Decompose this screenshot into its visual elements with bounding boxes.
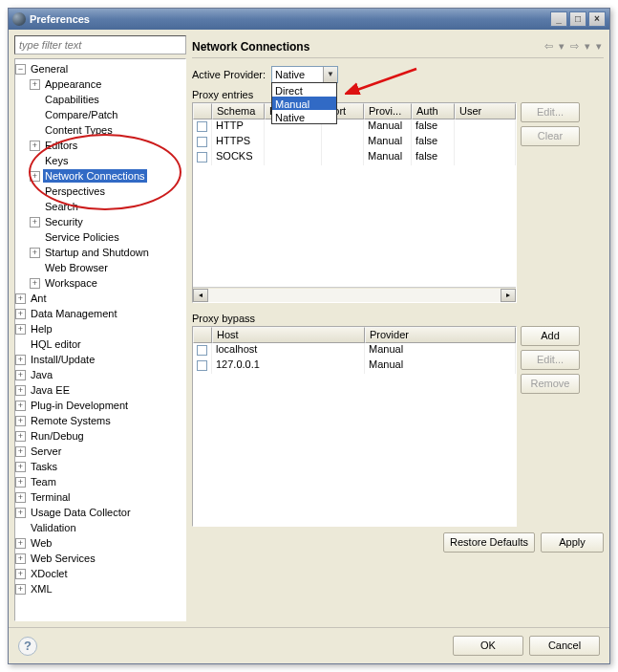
tree-item-remote-systems[interactable]: +Remote Systems	[15, 413, 185, 428]
provider-option-direct[interactable]: Direct	[272, 83, 336, 97]
col-schema[interactable]: Schema	[212, 103, 265, 119]
twisty-icon[interactable]: +	[15, 569, 26, 579]
col-provider[interactable]: Provider	[365, 327, 516, 343]
twisty-icon[interactable]: +	[15, 508, 26, 518]
twisty-icon[interactable]: +	[15, 446, 26, 457]
twisty-icon[interactable]: +	[30, 79, 40, 90]
tree-item-team[interactable]: +Team	[15, 474, 185, 489]
ok-button[interactable]: OK	[453, 636, 523, 656]
col-user[interactable]: User	[455, 103, 516, 119]
twisty-icon[interactable]: +	[15, 309, 26, 319]
tree-item-keys[interactable]: Keys	[30, 153, 185, 168]
twisty-icon[interactable]: +	[15, 370, 26, 380]
proxy-bypass-table[interactable]: Host Provider localhost Manual 127.0.0.1	[192, 326, 517, 527]
row-checkbox[interactable]	[197, 121, 207, 132]
tree-item-ant[interactable]: +Ant	[15, 291, 185, 306]
tree-item-javaee[interactable]: +Java EE	[15, 382, 185, 398]
tree-item-appearance[interactable]: +Appearance	[30, 76, 185, 92]
provider-option-native[interactable]: Native	[272, 110, 336, 123]
table-row[interactable]: SOCKS Manual false	[193, 150, 516, 165]
table-row[interactable]: localhost Manual	[193, 343, 516, 358]
tree-item-java[interactable]: +Java	[15, 367, 185, 382]
twisty-icon[interactable]: +	[30, 248, 40, 258]
col-provider[interactable]: Provi...	[364, 103, 412, 119]
twisty-icon[interactable]: −	[15, 64, 26, 75]
minimize-button[interactable]: _	[550, 11, 567, 27]
restore-defaults-button[interactable]: Restore Defaults	[443, 532, 535, 553]
tree-item-compare[interactable]: Compare/Patch	[30, 107, 185, 122]
tree-item-validation[interactable]: Validation	[15, 520, 185, 535]
twisty-icon[interactable]: +	[15, 538, 26, 549]
row-checkbox[interactable]	[197, 137, 207, 147]
tree-item-install-update[interactable]: +Install/Update	[15, 352, 185, 367]
tree-item-xdoclet[interactable]: +XDoclet	[15, 566, 185, 581]
filter-input[interactable]	[14, 35, 186, 54]
tree-item-network-connections[interactable]: +Network Connections	[30, 168, 185, 184]
active-provider-combo[interactable]: Native ▼	[271, 66, 338, 83]
table-row[interactable]: HTTPS Manual false	[193, 135, 516, 150]
tree-item-security[interactable]: +Security	[30, 214, 185, 229]
table-row[interactable]: 127.0.0.1 Manual	[193, 358, 516, 374]
twisty-icon[interactable]: +	[15, 355, 26, 365]
tree-item-web-services[interactable]: +Web Services	[15, 551, 185, 566]
col-auth[interactable]: Auth	[412, 103, 455, 119]
tree-item-web[interactable]: +Web	[15, 535, 185, 551]
apply-button[interactable]: Apply	[541, 532, 604, 553]
tree-item-general[interactable]: − General	[15, 61, 185, 76]
cancel-button[interactable]: Cancel	[529, 636, 600, 656]
twisty-icon[interactable]: +	[15, 553, 26, 564]
row-checkbox[interactable]	[197, 152, 207, 163]
tree-item-data-management[interactable]: +Data Management	[15, 306, 185, 321]
row-checkbox[interactable]	[197, 345, 207, 356]
twisty-icon[interactable]: +	[30, 217, 40, 228]
tree-item-startup[interactable]: +Startup and Shutdown	[30, 245, 185, 260]
close-button[interactable]: ×	[588, 11, 606, 27]
maximize-button[interactable]: □	[569, 11, 586, 27]
col-checkbox[interactable]	[193, 103, 212, 119]
tree-item-hql[interactable]: HQL editor	[15, 336, 185, 352]
preferences-tree[interactable]: − General +Appearance Capabilities Compa…	[14, 58, 186, 621]
twisty-icon[interactable]: +	[30, 141, 40, 151]
tree-item-run-debug[interactable]: +Run/Debug	[15, 428, 185, 444]
tree-item-search[interactable]: Search	[30, 199, 185, 214]
twisty-icon[interactable]: +	[15, 584, 26, 595]
nav-back-menu-icon[interactable]: ▾	[557, 40, 566, 53]
tree-item-perspectives[interactable]: Perspectives	[30, 184, 185, 199]
twisty-icon[interactable]: +	[15, 416, 26, 426]
nav-back-icon[interactable]: ⇦	[543, 40, 555, 53]
tree-item-capabilities[interactable]: Capabilities	[30, 92, 185, 107]
twisty-icon[interactable]: +	[30, 171, 40, 182]
tree-item-usage-data[interactable]: +Usage Data Collector	[15, 505, 185, 520]
twisty-icon[interactable]: +	[30, 278, 40, 289]
nav-forward-icon[interactable]: ⇨	[568, 40, 581, 53]
bypass-remove-button[interactable]: Remove	[521, 374, 580, 394]
bypass-add-host-button[interactable]: Add Host...	[521, 326, 580, 346]
twisty-icon[interactable]: +	[15, 324, 26, 335]
scroll-right-icon[interactable]: ▸	[501, 289, 516, 302]
tree-item-service-policies[interactable]: Service Policies	[30, 229, 185, 245]
tree-item-xml[interactable]: +XML	[15, 581, 185, 596]
twisty-icon[interactable]: +	[15, 492, 26, 503]
horizontal-scrollbar[interactable]: ◂ ▸	[193, 287, 516, 302]
nav-menu-icon[interactable]: ▾	[594, 40, 604, 53]
nav-forward-menu-icon[interactable]: ▾	[583, 40, 592, 53]
scroll-left-icon[interactable]: ◂	[193, 289, 208, 302]
provider-option-manual[interactable]: Manual	[272, 97, 336, 110]
row-checkbox[interactable]	[197, 360, 207, 371]
entries-clear-button[interactable]: Clear	[521, 126, 580, 146]
bypass-edit-button[interactable]: Edit...	[521, 350, 580, 370]
tree-item-help[interactable]: +Help	[15, 321, 185, 336]
tree-item-tasks[interactable]: +Tasks	[15, 459, 185, 474]
entries-edit-button[interactable]: Edit...	[521, 102, 580, 122]
table-row[interactable]: HTTP Manual false	[193, 119, 516, 135]
twisty-icon[interactable]: +	[15, 385, 26, 396]
twisty-icon[interactable]: +	[15, 431, 26, 442]
tree-item-server[interactable]: +Server	[15, 444, 185, 459]
col-checkbox[interactable]	[193, 327, 212, 343]
twisty-icon[interactable]: +	[15, 462, 26, 472]
col-host[interactable]: Host	[212, 327, 365, 343]
help-icon[interactable]: ?	[18, 637, 37, 656]
tree-item-content-types[interactable]: Content Types	[30, 122, 185, 138]
proxy-entries-table[interactable]: Schema Host Port Provi... Auth User HTTP	[192, 102, 517, 303]
provider-dropdown[interactable]: Direct Manual Native	[271, 82, 337, 124]
